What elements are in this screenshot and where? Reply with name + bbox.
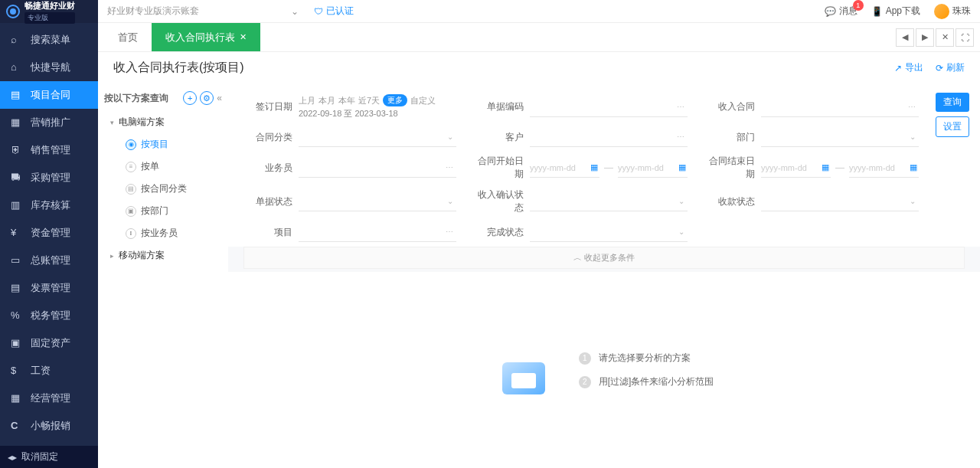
ledger-icon	[11, 254, 23, 267]
scheme-by-salesman[interactable]: ⫿按业务员	[104, 222, 222, 244]
export-button[interactable]: ↗导出	[894, 61, 923, 74]
doc-status-select[interactable]: ⌄	[299, 191, 456, 211]
contract-cat-label: 合同分类	[243, 131, 292, 144]
calendar-icon: ▦	[910, 162, 917, 172]
nav-project-contract[interactable]: 项目合同	[0, 81, 98, 109]
main-area: 好业财专业版演示账套 ⌄ 🛡 已认证 💬 消息 1 📱 App下载	[98, 0, 980, 468]
add-scheme-button[interactable]: +	[183, 91, 197, 105]
step-2-num: 2	[579, 376, 591, 388]
collapse-filters-button[interactable]: ︿ 收起更多条件	[243, 247, 965, 269]
page-header: 收入合同执行表(按项目) ↗导出 ⟳刷新	[98, 52, 980, 83]
contract-end-from[interactable]: yyyy-mm-dd▦	[761, 158, 831, 178]
caret-down-icon: ▾	[110, 119, 114, 126]
date-sep: —	[835, 162, 844, 173]
income-confirm-select[interactable]: ⌄	[530, 191, 688, 211]
scheme-panel: 按以下方案查询 + ⚙ « ▾ 电脑端方案 ◉按项目 ≡按单 ▤按合同分类 ▣按…	[98, 83, 228, 468]
search-icon	[11, 34, 23, 46]
project-input[interactable]: ⋯	[299, 222, 456, 242]
home-icon	[11, 61, 23, 74]
nav-search-menu[interactable]: 搜索菜单	[0, 26, 98, 54]
empty-state: 1请先选择要分析的方案 2用[过滤]条件来缩小分析范围	[228, 272, 980, 468]
nav-invoice[interactable]: 发票管理	[0, 274, 98, 302]
nav-inventory[interactable]: 库存核算	[0, 191, 98, 219]
shield-icon: 🛡	[314, 6, 323, 17]
list-icon: ▤	[126, 184, 136, 195]
nav-sales[interactable]: 销售管理	[0, 136, 98, 164]
contract-end-to[interactable]: yyyy-mm-dd▦	[849, 158, 919, 178]
step-1-num: 1	[579, 352, 591, 365]
collapse-scheme-icon[interactable]: «	[217, 93, 222, 103]
nav-basic-info[interactable]: 基础信息	[0, 440, 98, 446]
user-menu[interactable]: 珠珠	[934, 4, 971, 19]
app-download-button[interactable]: 📱 App下载	[871, 5, 920, 18]
tab-next-button[interactable]: ▶	[916, 28, 934, 47]
refresh-button[interactable]: ⟳刷新	[936, 61, 965, 74]
nav-quick-nav[interactable]: 快捷导航	[0, 54, 98, 81]
contract-cat-select[interactable]: ⌄	[299, 127, 456, 147]
ellipsis-icon: ⋯	[677, 103, 684, 111]
query-button[interactable]: 查询	[936, 93, 969, 112]
scheme-group-mobile[interactable]: ▸ 移动端方案	[104, 244, 222, 267]
calendar-icon: ▦	[822, 162, 829, 172]
date-opt-custom[interactable]: 自定义	[410, 95, 436, 106]
brand-area: 畅捷通好业财 专业版	[0, 0, 98, 23]
chevron-down-icon: ⌄	[910, 197, 916, 205]
nav-biz-manage[interactable]: 经营管理	[0, 385, 98, 412]
chevron-up-icon: ︿	[573, 253, 584, 262]
date-opt-last-month[interactable]: 上月	[299, 95, 315, 106]
date-opt-7days[interactable]: 近7天	[358, 95, 380, 106]
signing-date-label: 签订日期	[243, 100, 292, 113]
receipt-status-select[interactable]: ⌄	[761, 191, 919, 211]
calendar-icon: ▦	[590, 162, 598, 172]
nav-purchase[interactable]: 采购管理	[0, 164, 98, 191]
nav-tax[interactable]: 税务管理	[0, 302, 98, 329]
scheme-by-dept[interactable]: ▣按部门	[104, 200, 222, 222]
nav-marketing[interactable]: 营销推广	[0, 109, 98, 136]
nav-salary[interactable]: 工资	[0, 357, 98, 385]
dept-icon: ▣	[126, 206, 136, 217]
salesman-input[interactable]: ⋯	[299, 158, 456, 178]
export-icon: ↗	[894, 63, 902, 74]
customer-input[interactable]: ⋯	[530, 127, 688, 147]
scheme-group-pc[interactable]: ▾ 电脑端方案	[104, 111, 222, 133]
account-selector[interactable]: 好业财专业版演示账套 ⌄	[107, 5, 299, 18]
caret-right-icon: ▸	[110, 252, 114, 260]
phone-icon: 📱	[871, 6, 883, 17]
scheme-by-doc[interactable]: ≡按单	[104, 155, 222, 178]
contract-start-from[interactable]: yyyy-mm-dd▦	[530, 158, 599, 178]
nav-fund[interactable]: 资金管理	[0, 219, 98, 247]
sales-icon	[11, 144, 23, 156]
dept-select[interactable]: ⌄	[761, 127, 919, 147]
nav-expense[interactable]: 小畅报销	[0, 412, 98, 440]
customer-label: 客户	[475, 131, 524, 144]
scheme-by-project[interactable]: ◉按项目	[104, 133, 222, 155]
chevron-down-icon: ⌄	[291, 6, 299, 17]
tab-close-all-button[interactable]: ✕	[936, 28, 954, 47]
chevron-down-icon: ⌄	[447, 133, 453, 141]
contract-end-label: 合同结束日期	[706, 155, 755, 181]
marketing-icon	[11, 116, 23, 129]
unpin-button[interactable]: ◂▸ 取消固定	[0, 446, 98, 468]
settings-button[interactable]: 设置	[936, 116, 969, 137]
scheme-by-contract-cat[interactable]: ▤按合同分类	[104, 178, 222, 200]
tab-home[interactable]: 首页	[104, 23, 152, 51]
messages-button[interactable]: 💬 消息 1	[825, 5, 858, 18]
tab-prev-button[interactable]: ◀	[896, 28, 914, 47]
chevron-down-icon: ⌄	[447, 197, 453, 205]
nav-ledger[interactable]: 总账管理	[0, 247, 98, 274]
date-opt-this-year[interactable]: 本年	[338, 95, 355, 106]
date-opt-this-month[interactable]: 本月	[318, 95, 335, 106]
doc-code-input[interactable]: ⋯	[530, 97, 688, 117]
income-contract-input[interactable]: ⋯	[761, 97, 919, 117]
bars-icon: ≡	[126, 162, 136, 172]
messages-badge: 1	[853, 0, 864, 11]
scheme-settings-button[interactable]: ⚙	[200, 91, 214, 105]
date-opt-more[interactable]: 更多	[383, 94, 407, 106]
doc-status-label: 单据状态	[243, 195, 292, 208]
fullscreen-button[interactable]: ⛶	[956, 28, 974, 47]
complete-status-select[interactable]: ⌄	[530, 222, 688, 242]
contract-start-to[interactable]: yyyy-mm-dd▦	[618, 158, 688, 178]
tab-income-contract-exec[interactable]: 收入合同执行表 ✕	[152, 23, 260, 51]
close-icon[interactable]: ✕	[240, 32, 247, 42]
nav-asset[interactable]: 固定资产	[0, 329, 98, 357]
